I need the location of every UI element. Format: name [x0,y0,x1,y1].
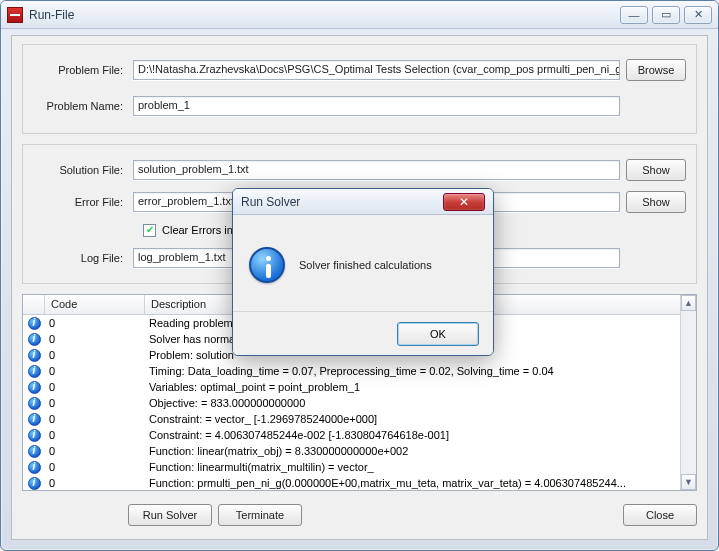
row-info-icon [23,317,45,330]
error-file-label: Error File: [33,196,133,208]
browse-button[interactable]: Browse [626,59,686,81]
problem-group: Problem File: D:\!Natasha.Zrazhevska\Doc… [22,44,697,134]
log-scrollbar[interactable]: ▲ ▼ [680,295,696,490]
col-code[interactable]: Code [45,295,145,314]
row-info-icon [23,477,45,490]
info-icon [28,413,41,426]
solution-file-field[interactable]: solution_problem_1.txt [133,160,620,180]
info-icon [28,461,41,474]
row-description: Function: linearmulti(matrix_multilin) =… [145,461,696,473]
info-icon [28,365,41,378]
row-code: 0 [45,365,145,377]
problem-file-field[interactable]: D:\!Natasha.Zrazhevska\Docs\PSG\CS_Optim… [133,60,620,80]
window-controls: — ▭ ✕ [620,6,712,24]
row-info-icon [23,365,45,378]
row-info-icon [23,413,45,426]
scroll-down-button[interactable]: ▼ [681,474,696,490]
row-code: 0 [45,413,145,425]
row-code: 0 [45,349,145,361]
dialog-titlebar[interactable]: Run Solver ✕ [233,189,493,215]
problem-name-label: Problem Name: [33,100,133,112]
row-info-icon [23,429,45,442]
run-solver-dialog: Run Solver ✕ Solver finished calculation… [232,188,494,356]
row-info-icon [23,381,45,394]
row-info-icon [23,397,45,410]
col-icon[interactable] [23,295,45,314]
info-icon [28,445,41,458]
row-code: 0 [45,317,145,329]
row-description: Objective: = 833.000000000000 [145,397,696,409]
row-code: 0 [45,429,145,441]
row-description: Constraint: = 4.006307485244e-002 [-1.83… [145,429,696,441]
info-icon [28,397,41,410]
row-code: 0 [45,333,145,345]
dialog-close-button[interactable]: ✕ [443,193,485,211]
table-row[interactable]: 0Function: prmulti_pen_ni_g(0.000000E+00… [23,475,696,490]
table-row[interactable]: 0Constraint: = 4.006307485244e-002 [-1.8… [23,427,696,443]
table-row[interactable]: 0Timing: Data_loading_time = 0.07, Prepr… [23,363,696,379]
titlebar[interactable]: Run-File — ▭ ✕ [1,1,718,29]
show-solution-button[interactable]: Show [626,159,686,181]
footer-buttons: Run Solver Terminate Close [22,501,697,529]
problem-name-field[interactable]: problem_1 [133,96,620,116]
row-info-icon [23,349,45,362]
row-code: 0 [45,461,145,473]
table-row[interactable]: 0Variables: optimal_point = point_proble… [23,379,696,395]
row-description: Function: linear(matrix_obj) = 8.3300000… [145,445,696,457]
checkbox-icon: ✔ [143,224,156,237]
info-icon [28,333,41,346]
scroll-up-button[interactable]: ▲ [681,295,696,311]
close-button[interactable]: Close [623,504,697,526]
solution-file-label: Solution File: [33,164,133,176]
row-info-icon [23,333,45,346]
row-code: 0 [45,381,145,393]
info-icon [28,381,41,394]
dialog-message: Solver finished calculations [299,259,432,271]
info-icon [28,429,41,442]
window-title: Run-File [29,8,74,22]
row-code: 0 [45,397,145,409]
show-error-button[interactable]: Show [626,191,686,213]
app-icon [7,7,23,23]
info-icon [28,349,41,362]
info-icon [28,477,41,490]
row-description: Constraint: = vector_ [-1.296978524000e+… [145,413,696,425]
table-row[interactable]: 0Objective: = 833.000000000000 [23,395,696,411]
run-solver-button[interactable]: Run Solver [128,504,212,526]
dialog-body: Solver finished calculations [233,219,493,311]
problem-file-label: Problem File: [33,64,133,76]
row-code: 0 [45,477,145,489]
close-window-button[interactable]: ✕ [684,6,712,24]
dialog-title: Run Solver [241,195,300,209]
minimize-button[interactable]: — [620,6,648,24]
table-row[interactable]: 0Constraint: = vector_ [-1.296978524000e… [23,411,696,427]
terminate-button[interactable]: Terminate [218,504,302,526]
row-info-icon [23,461,45,474]
row-description: Timing: Data_loading_time = 0.07, Prepro… [145,365,696,377]
dialog-footer: OK [233,311,493,355]
row-description: Function: prmulti_pen_ni_g(0.000000E+00,… [145,477,696,489]
row-info-icon [23,445,45,458]
row-description: Variables: optimal_point = point_problem… [145,381,696,393]
dialog-ok-button[interactable]: OK [397,322,479,346]
info-icon [28,317,41,330]
info-icon [249,247,285,283]
maximize-button[interactable]: ▭ [652,6,680,24]
row-code: 0 [45,445,145,457]
table-row[interactable]: 0Function: linearmulti(matrix_multilin) … [23,459,696,475]
table-row[interactable]: 0Function: linear(matrix_obj) = 8.330000… [23,443,696,459]
log-file-label: Log File: [33,252,133,264]
